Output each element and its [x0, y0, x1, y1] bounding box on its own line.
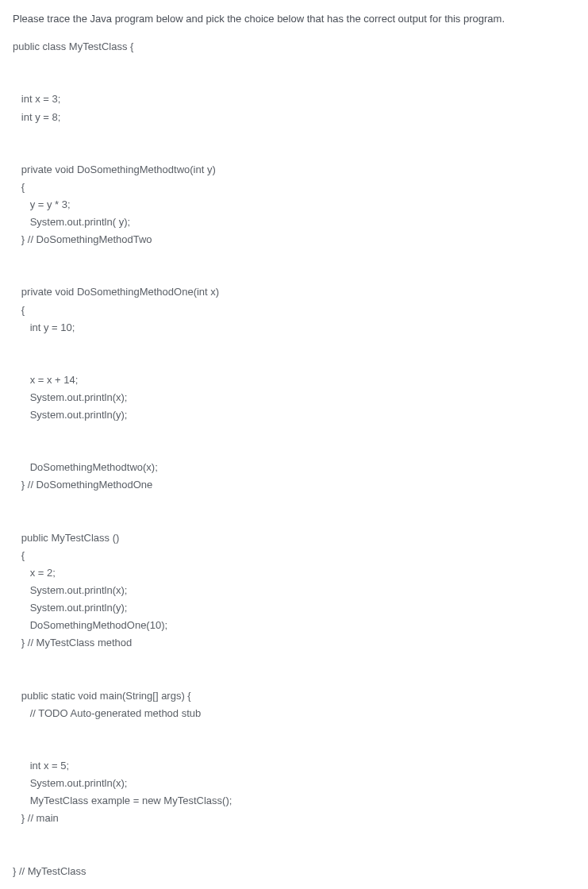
question-prompt: Please trace the Java program below and …: [13, 11, 575, 27]
code-snippet: public class MyTestClass { int x = 3; in…: [13, 38, 575, 880]
